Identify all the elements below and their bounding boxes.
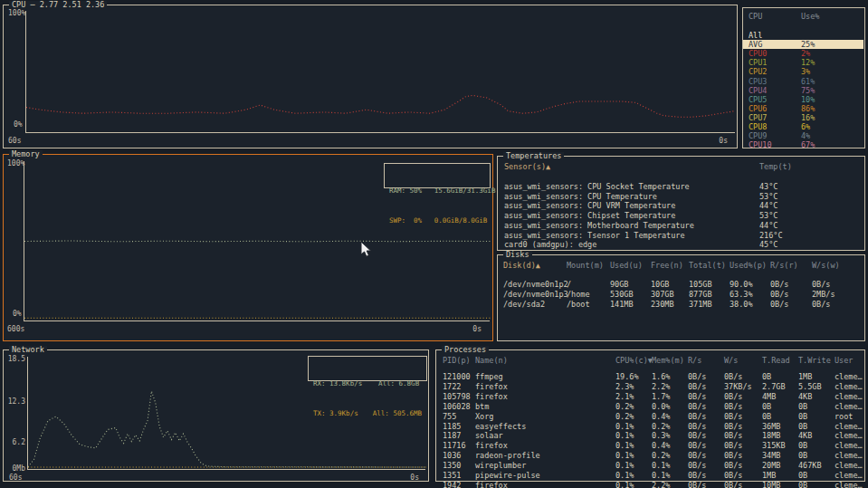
process-row-cell: 0B/s (724, 372, 742, 381)
temps-header-sensor[interactable]: Sensor(s)▲ (504, 162, 550, 171)
temperature-row[interactable]: asus_wmi_sensors: Chipset Temperature53°… (498, 211, 863, 220)
network-y-label-12: 12.3 (5, 397, 25, 406)
process-row[interactable]: 11716firefox0.1%0.4%0B/s0B/s315KB0Bcleme… (436, 441, 863, 450)
cpu-legend-row[interactable]: CPU510% (743, 95, 863, 104)
temperature-row[interactable]: asus_wmi_sensors: CPU Temperature53°C (498, 192, 863, 201)
temperature-row[interactable]: asus_wmi_sensors: CPU Socket Temperature… (498, 182, 863, 191)
temperature-row[interactable]: asus_wmi_sensors: Tsensor 1 Temperature2… (498, 231, 863, 240)
process-row[interactable]: 1722firefox2.3%2.2%0B/s37KB/s2.7GB5.5GBc… (436, 382, 863, 391)
disks-header-disk[interactable]: Disk(d)▲ (503, 261, 540, 270)
process-row-cell: 0B (798, 451, 807, 460)
process-row-cell: 0.1% (652, 461, 670, 470)
cpu-legend-row-cell: CPU10 (749, 140, 772, 149)
process-row-cell: 0B/s (688, 471, 706, 480)
temperature-row-cell: 44°C (759, 221, 777, 230)
cpu-legend-row[interactable]: CPU02% (743, 49, 863, 58)
memory-legend-box: RAM: 50% 15.6GiB/31.3GiB SWP: 0% 0.0GiB/… (384, 163, 491, 188)
process-row-cell: 1942 (443, 481, 461, 488)
proc-header-tread[interactable]: T.Read (762, 356, 790, 365)
temperatures-panel[interactable]: Temperatures Sensor(s)▲ Temp(t) asus_wmi… (497, 156, 865, 251)
disks-header-ws[interactable]: W/s(w) (812, 261, 840, 270)
process-row[interactable]: 1185easyeffects0.1%0.2%0B/s0B/s36MB0Bcle… (436, 422, 863, 431)
cpu-legend-row[interactable]: CPU475% (743, 86, 863, 95)
disk-row-cell: 63.3% (730, 290, 753, 299)
disks-header-rs[interactable]: R/s(r) (770, 261, 798, 270)
disks-header-usedpct[interactable]: Used%(p) (730, 261, 767, 270)
disk-row[interactable]: /dev/nvme0n1p3/home530GB307GB877GB63.3%0… (498, 290, 863, 299)
disks-header-mount[interactable]: Mount(m) (567, 261, 604, 270)
proc-header-twrite[interactable]: T.Write (798, 356, 831, 365)
disk-row[interactable]: /dev/nvme0n1p2/90GB10GB105GB90.0%0B/s0B/… (498, 280, 863, 289)
cpu-legend-row-cell: All (749, 31, 762, 40)
network-y-label-18: 18.5 (5, 355, 25, 363)
memory-x-left-label: 600s (7, 325, 24, 333)
cpu-panel[interactable]: CPU ─ 2.77 2.51 2.36 100% 0% 60s 0s (3, 5, 738, 148)
process-row-cell: 315KB (762, 441, 786, 450)
cpu-legend-row[interactable]: All (743, 31, 863, 40)
process-row-cell: 0.1% (615, 422, 634, 431)
process-row-cell: cleme… (835, 481, 863, 488)
process-row-cell: 0B/s (724, 431, 742, 440)
process-row[interactable]: 1351pipewire-pulse0.1%0.1%0B/s0B/s1MB0Bc… (436, 471, 863, 480)
processes-panel[interactable]: Processes PID(p) Name(n) CPU%(c)▼ Mem%(m… (435, 349, 865, 482)
cpu-legend-row-cell: 75% (801, 86, 815, 95)
process-row[interactable]: 105798firefox2.1%1.7%0B/s0B/s4MB4KBcleme… (436, 392, 863, 401)
process-row[interactable]: 106028btm0.2%0.0%0B/s0B/s0B0Bcleme… (436, 402, 863, 411)
proc-header-pid[interactable]: PID(p) (443, 356, 471, 365)
proc-header-cpu[interactable]: CPU%(c)▼ (615, 356, 653, 365)
cpu-legend-row-cell: CPU7 (749, 113, 767, 122)
network-panel[interactable]: Network 18.5 12.3 6.2 0Mb 60s 0s RX: 13.… (3, 349, 429, 482)
process-row[interactable]: 1942firefox0.1%2.2%0B/s0B/s10MB0Bcleme… (436, 481, 863, 488)
process-row-cell: 1036 (443, 451, 461, 460)
process-row-cell: 1722 (443, 382, 461, 391)
cpu-legend-row[interactable]: CPU1067% (743, 140, 863, 149)
proc-header-mem[interactable]: Mem%(m) (652, 356, 684, 365)
cpu-legend-row[interactable]: CPU94% (743, 131, 863, 140)
temps-header-temp[interactable]: Temp(t) (759, 162, 792, 171)
process-row[interactable]: 1036radeon-profile0.1%0.2%0B/s0B/s34MB0B… (436, 451, 863, 460)
process-row[interactable]: 755Xorg0.2%0.4%0B/s0B/s0B0Broot (436, 412, 863, 421)
cpu-legend-row[interactable]: CPU686% (743, 104, 863, 113)
process-row-cell: 0.1% (615, 461, 634, 470)
temperature-row[interactable]: asus_wmi_sensors: Motherboard Temperatur… (498, 221, 863, 230)
disks-panel[interactable]: Disks Disk(d)▲ Mount(m) Used(u) Free(n) … (497, 254, 865, 341)
cpu-legend-row[interactable]: CPU23% (743, 67, 863, 76)
disk-row-cell: 90GB (610, 280, 628, 289)
disk-row-cell: /dev/nvme0n1p2 (503, 280, 568, 289)
temperature-row-cell: asus_wmi_sensors: Tsensor 1 Temperature (504, 231, 685, 240)
process-row-cell: 0B/s (688, 382, 706, 391)
disks-header-free[interactable]: Free(n) (651, 261, 683, 270)
process-row-cell: pipewire-pulse (475, 471, 540, 480)
process-row[interactable]: 121000ffmpeg19.6%1.6%0B/s0B/s0B1MBcleme… (436, 372, 863, 381)
temperature-row-cell: asus_wmi_sensors: CPU Socket Temperature (504, 182, 690, 191)
temperature-row[interactable]: card0 (amdgpu): edge45°C (498, 240, 863, 249)
proc-header-user[interactable]: User (835, 356, 853, 365)
disks-header-total[interactable]: Total(t) (689, 261, 726, 270)
cpu-legend-row[interactable]: CPU86% (743, 122, 863, 131)
process-row-cell: 0.1% (615, 471, 634, 480)
memory-panel-title: Memory (9, 150, 43, 158)
disk-row[interactable]: /dev/sda2/boot141MB230MB371MB38.0%0B/s0B… (498, 300, 863, 309)
memory-panel[interactable]: Memory 100% 0% 600s 0s RAM: 50% 15.6GiB/… (3, 154, 493, 341)
cpu-legend-header-use[interactable]: Use% (801, 12, 819, 21)
network-x-axis (27, 469, 425, 470)
proc-header-rs[interactable]: R/s (688, 356, 701, 365)
process-row-cell: 36MB (762, 422, 780, 431)
cpu-legend-row-cell: CPU1 (749, 58, 767, 67)
cpu-legend-row[interactable]: CPU361% (743, 77, 863, 86)
cpu-legend-row-cell: CPU8 (749, 122, 767, 131)
cpu-legend-row-cell: 12% (801, 58, 815, 67)
process-row-cell: 10MB (762, 481, 780, 488)
process-row[interactable]: 1350wireplumber0.1%0.1%0B/s0B/s20MB467KB… (436, 461, 863, 470)
cpu-legend-panel[interactable]: CPU Use% AllAVG25%CPU02%CPU112%CPU23%CPU… (742, 7, 865, 148)
cpu-legend-header-cpu[interactable]: CPU (749, 12, 762, 21)
cpu-legend-row[interactable]: AVG25% (743, 40, 863, 49)
process-row-cell: cleme… (835, 402, 863, 411)
proc-header-ws[interactable]: W/s (724, 356, 738, 365)
cpu-legend-row[interactable]: CPU716% (743, 113, 863, 122)
proc-header-name[interactable]: Name(n) (475, 356, 508, 365)
process-row[interactable]: 1187solaar0.1%0.3%0B/s0B/s18MB4KBcleme… (436, 431, 863, 440)
disks-header-used[interactable]: Used(u) (610, 261, 643, 270)
cpu-legend-row[interactable]: CPU112% (743, 58, 863, 67)
temperature-row[interactable]: asus_wmi_sensors: CPU VRM Temperature44°… (498, 201, 863, 210)
